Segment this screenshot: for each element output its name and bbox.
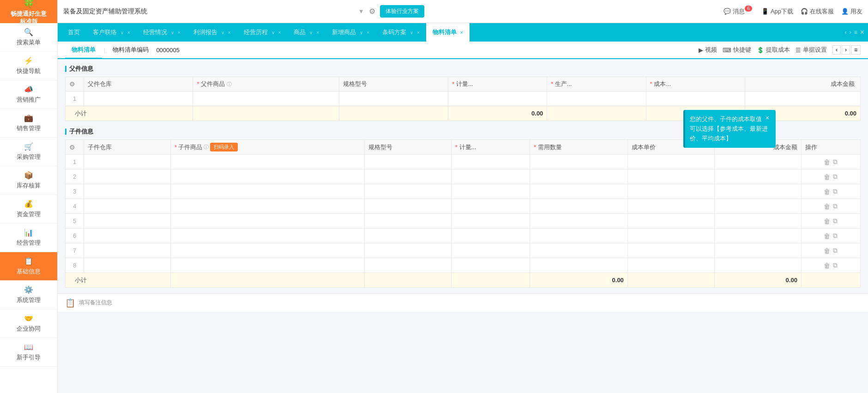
cost-action[interactable]: 💲 提取成本 (757, 46, 790, 54)
child-row-5-goods[interactable] (171, 214, 365, 229)
nav-next-button[interactable]: › (842, 45, 850, 54)
sidebar-item-basic[interactable]: 📋 基础信息 (0, 252, 57, 281)
nav-menu-icon[interactable]: ≡ (854, 29, 857, 36)
child-row-6-qty[interactable] (530, 229, 628, 243)
copy-icon[interactable]: ⧉ (833, 217, 838, 225)
child-row-6-goods[interactable] (171, 229, 365, 243)
child-row-4-qty[interactable] (530, 199, 628, 214)
copy-icon[interactable]: ⧉ (833, 187, 838, 195)
nav-right-arrow[interactable]: › (850, 29, 851, 36)
delete-icon[interactable]: 🗑 (824, 247, 830, 254)
copy-icon[interactable]: ⧉ (833, 158, 838, 166)
tab-home[interactable]: 首页 (61, 23, 86, 42)
parent-row-1-goods[interactable] (193, 91, 339, 106)
child-row-7-qty[interactable] (530, 243, 628, 258)
copy-icon[interactable]: ⧉ (833, 232, 838, 240)
child-row-1-spec[interactable] (364, 155, 451, 169)
message-button[interactable]: 💬 消息 6 (723, 7, 754, 16)
tab-new-goods-close[interactable]: × (367, 30, 369, 35)
copy-icon[interactable]: ⧉ (833, 261, 838, 269)
sidebar-item-system[interactable]: ⚙️ 系统管理 (0, 281, 57, 309)
child-row-3-qty[interactable] (530, 184, 628, 199)
child-row-2-goods[interactable] (171, 169, 365, 184)
doc-setting-action[interactable]: ☰ 单据设置 (796, 46, 827, 54)
child-row-4-spec[interactable] (364, 199, 451, 214)
delete-icon[interactable]: 🗑 (824, 203, 830, 210)
nav-left-arrow[interactable]: ‹ (845, 29, 847, 36)
tooltip-close-button[interactable]: × (766, 115, 769, 121)
child-row-1-unit[interactable] (451, 155, 530, 169)
delete-icon[interactable]: 🗑 (824, 232, 830, 240)
shortcut-action[interactable]: ⌨ 快捷键 (723, 46, 751, 54)
child-row-7-spec[interactable] (364, 243, 451, 258)
child-row-3-unit[interactable] (451, 184, 530, 199)
child-row-6-spec[interactable] (364, 229, 451, 243)
tab-goods[interactable]: 商品 ∨ × (287, 23, 326, 42)
copy-icon[interactable]: ⧉ (833, 173, 838, 181)
child-row-1-qty[interactable] (530, 155, 628, 169)
child-row-5-unit[interactable] (451, 214, 530, 229)
child-row-8-unit-cost[interactable] (627, 258, 714, 273)
tab-customer[interactable]: 客户联络 ∨ × (86, 23, 137, 42)
tab-goods-close[interactable]: × (316, 30, 319, 35)
child-row-8-qty[interactable] (530, 258, 628, 273)
child-row-7-unit-cost[interactable] (627, 243, 714, 258)
child-row-2-unit[interactable] (451, 169, 530, 184)
child-row-7-unit[interactable] (451, 243, 530, 258)
nav-close-button[interactable]: × (860, 28, 864, 36)
delete-icon[interactable]: 🗑 (824, 218, 830, 225)
child-row-3-warehouse[interactable] (84, 184, 171, 199)
video-action[interactable]: ▶ 视频 (699, 46, 717, 54)
child-row-1-warehouse[interactable] (84, 155, 171, 169)
th-child-gear[interactable]: ⚙ (66, 140, 84, 155)
child-row-1-unit-cost[interactable] (627, 155, 714, 169)
child-row-2-unit-cost[interactable] (627, 169, 714, 184)
sidebar-item-finance[interactable]: 💰 资金管理 (0, 195, 57, 224)
sidebar-item-operations[interactable]: 📊 经营管理 (0, 224, 57, 252)
nav-prev-button[interactable]: ‹ (832, 45, 841, 54)
child-row-4-unit-cost[interactable] (627, 199, 714, 214)
tab-profit[interactable]: 利润报告 ∨ × (187, 23, 237, 42)
child-row-8-warehouse[interactable] (84, 258, 171, 273)
child-row-5-spec[interactable] (364, 214, 451, 229)
sidebar-item-collab[interactable]: 🤝 企业协同 (0, 309, 57, 338)
dropdown-arrow-icon[interactable]: ▼ (358, 8, 364, 15)
note-icon[interactable]: 📋 (65, 298, 75, 308)
child-row-8-spec[interactable] (364, 258, 451, 273)
parent-row-1-cost[interactable] (646, 91, 745, 106)
child-row-6-unit[interactable] (451, 229, 530, 243)
child-row-5-unit-cost[interactable] (627, 214, 714, 229)
child-row-6-unit-cost[interactable] (627, 229, 714, 243)
child-row-8-unit[interactable] (451, 258, 530, 273)
tab-barcode-close[interactable]: × (417, 30, 420, 35)
online-service-button[interactable]: 🎧 在线客服 (801, 7, 834, 16)
tab-bom-close[interactable]: × (460, 30, 463, 35)
parent-row-1-unit[interactable] (448, 91, 547, 106)
trial-button[interactable]: 体验行业方案 (380, 5, 424, 18)
tab-new-goods[interactable]: 新增商品 ∨ × (326, 23, 376, 42)
th-parent-gear[interactable]: ⚙ (66, 77, 84, 91)
copy-icon[interactable]: ⧉ (833, 247, 838, 254)
child-row-2-spec[interactable] (364, 169, 451, 184)
tab-history[interactable]: 经营历程 ∨ × (237, 23, 288, 42)
tab-operations[interactable]: 经营情况 ∨ × (137, 23, 187, 42)
sidebar-item-purchase[interactable]: 🛒 采购管理 (0, 138, 57, 166)
child-row-1-goods[interactable] (171, 155, 365, 169)
child-row-4-unit[interactable] (451, 199, 530, 214)
scan-button[interactable]: 扫码录入 (210, 143, 238, 151)
tab-bom[interactable]: 物料清单 × (426, 23, 470, 42)
app-download-button[interactable]: 📱 App下载 (761, 7, 793, 16)
child-row-4-goods[interactable] (171, 199, 365, 214)
child-row-6-warehouse[interactable] (84, 229, 171, 243)
delete-icon[interactable]: 🗑 (824, 173, 830, 181)
child-row-3-unit-cost[interactable] (627, 184, 714, 199)
tab-barcode[interactable]: 条码方案 ∨ × (376, 23, 426, 42)
tab-operations-close[interactable]: × (178, 30, 181, 35)
sidebar-item-guide[interactable]: 📖 新手引导 (0, 338, 57, 367)
sidebar-item-search[interactable]: 🔍 搜索菜单 (0, 23, 57, 52)
tab-history-close[interactable]: × (278, 30, 281, 35)
sidebar-item-marketing[interactable]: 📣 营销推广 (0, 80, 57, 109)
delete-icon[interactable]: 🗑 (824, 188, 830, 195)
child-row-5-qty[interactable] (530, 214, 628, 229)
sidebar-item-sales[interactable]: 💼 销售管理 (0, 109, 57, 138)
